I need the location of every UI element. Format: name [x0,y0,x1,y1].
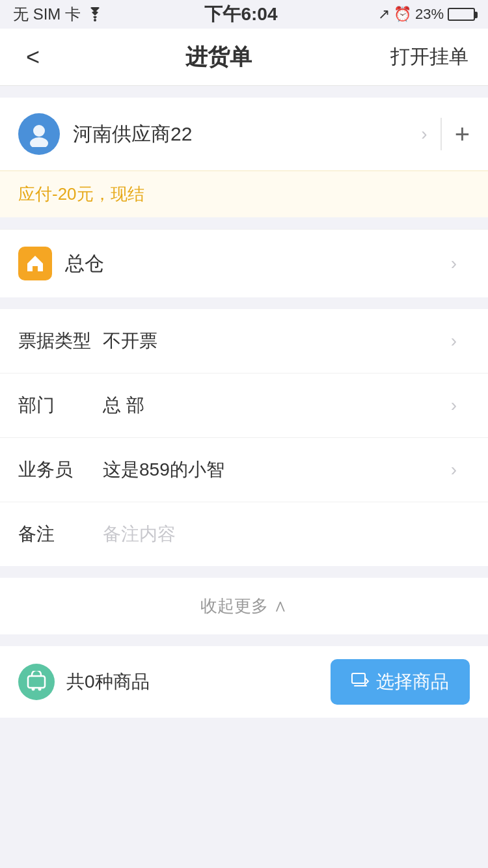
salesperson-row[interactable]: 业务员 这是859的小智 › [0,438,488,502]
warehouse-chevron-icon: › [451,253,457,274]
warehouse-section: 总仓 › [0,229,488,297]
warehouse-name: 总仓 [65,251,451,277]
select-goods-label: 选择商品 [376,670,449,694]
warehouse-row[interactable]: 总仓 › [0,229,488,297]
department-value: 总 部 [103,393,451,418]
department-chevron-icon: › [451,395,457,416]
home-icon [25,253,46,274]
ticket-type-value: 不开票 [103,329,451,353]
nav-bar: < 进货单 打开挂单 [0,29,488,86]
svg-point-0 [94,19,96,21]
remark-label: 备注 [18,522,103,547]
salesperson-chevron-icon: › [451,459,457,480]
goods-count: 共0种商品 [66,670,331,694]
form-section: 票据类型 不开票 › 部门 总 部 › 业务员 这是859的小智 › 备注 备注… [0,309,488,566]
salesperson-label: 业务员 [18,457,103,482]
battery-text: 23% [415,6,444,23]
svg-point-5 [38,688,42,691]
department-label: 部门 [18,393,103,418]
back-button[interactable]: < [20,37,46,77]
select-goods-button[interactable]: 选择商品 [331,659,470,705]
battery-icon [448,8,475,21]
status-time: 下午6:04 [204,2,277,27]
vertical-divider [441,118,442,150]
svg-point-1 [33,125,45,137]
gap-1 [0,86,488,98]
notice-text: 应付-20元，现结 [18,184,144,204]
bottom-bar: 共0种商品 选择商品 [0,646,488,718]
person-icon [26,121,52,147]
status-right: ↗ ⏰ 23% [378,6,475,23]
department-row[interactable]: 部门 总 部 › [0,373,488,438]
salesperson-value: 这是859的小智 [103,457,451,482]
alarm-icon: ⏰ [394,6,411,23]
status-carrier: 无 SIM 卡 [13,4,104,25]
collapse-label: 收起更多 ∧ [200,595,287,617]
page-title: 进货单 [185,42,252,72]
collapse-row[interactable]: 收起更多 ∧ [0,578,488,634]
carrier-text: 无 SIM 卡 [13,4,81,25]
svg-point-2 [30,137,48,147]
warehouse-icon [18,247,52,280]
supplier-name[interactable]: 河南供应商22 [73,121,421,148]
supplier-chevron-icon: › [421,124,427,144]
wifi-icon [86,7,104,21]
status-bar: 无 SIM 卡 下午6:04 ↗ ⏰ 23% [0,0,488,29]
location-icon: ↗ [378,6,390,23]
supplier-section: 河南供应商22 › + 应付-20元，现结 [0,98,488,217]
supplier-row: 河南供应商22 › + [0,98,488,170]
ticket-type-label: 票据类型 [18,329,103,353]
avatar [18,113,60,155]
svg-point-4 [32,688,35,691]
remark-input[interactable]: 备注内容 [103,522,470,547]
svg-rect-6 [352,673,365,683]
remark-row[interactable]: 备注 备注内容 [0,502,488,566]
add-button[interactable]: + [455,120,470,149]
select-goods-icon [351,673,370,691]
notice-row: 应付-20元，现结 [0,170,488,217]
svg-rect-3 [28,676,45,688]
ticket-type-row[interactable]: 票据类型 不开票 › [0,309,488,373]
ticket-type-chevron-icon: › [451,331,457,351]
cart-icon [25,671,47,693]
open-hang-button[interactable]: 打开挂单 [390,44,468,70]
goods-icon [18,664,55,700]
page-rest [0,718,488,868]
gap-2 [0,217,488,229]
